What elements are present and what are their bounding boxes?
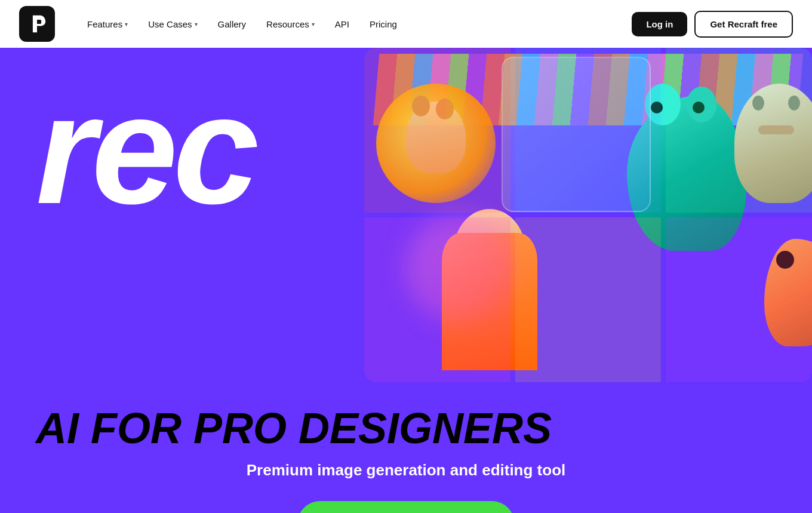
nav-item-use-cases[interactable]: Use Cases ▾	[140, 14, 205, 34]
logo-icon	[27, 14, 47, 33]
get-recraft-free-button[interactable]: Get Recraft free	[694, 11, 793, 38]
nav-links: Features ▾ Use Cases ▾ Gallery Resources…	[79, 14, 632, 34]
start-creating-button[interactable]: Start creating now	[297, 501, 515, 513]
nav-item-api[interactable]: API	[327, 14, 358, 34]
chevron-down-icon: ▾	[312, 21, 315, 27]
hero-bottom: AI FOR PRO DESIGNERS Premium image gener…	[0, 382, 812, 513]
nav-item-resources[interactable]: Resources ▾	[258, 14, 323, 34]
hero-collage	[346, 48, 812, 382]
chevron-down-icon: ▾	[125, 21, 128, 27]
grid-overlay	[364, 48, 812, 382]
nav-item-features[interactable]: Features ▾	[79, 14, 136, 34]
nav-item-gallery[interactable]: Gallery	[210, 14, 255, 34]
logo[interactable]	[19, 6, 55, 42]
nav-item-pricing[interactable]: Pricing	[361, 14, 405, 34]
hero-big-text: rec	[36, 72, 254, 227]
nav-actions: Log in Get Recraft free	[632, 11, 793, 38]
navbar: Features ▾ Use Cases ▾ Gallery Resources…	[0, 0, 812, 48]
hero-subtitle: Premium image generation and editing too…	[36, 461, 776, 480]
hero-tagline: AI FOR PRO DESIGNERS	[36, 406, 776, 451]
hero-section: rec	[0, 48, 812, 382]
login-button[interactable]: Log in	[632, 12, 687, 36]
chevron-down-icon: ▾	[195, 21, 198, 27]
